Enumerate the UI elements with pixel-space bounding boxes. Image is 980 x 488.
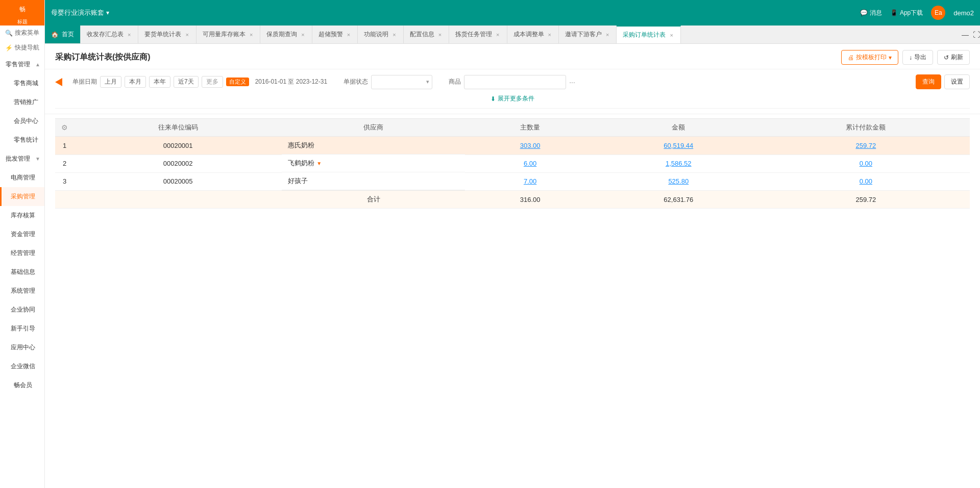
- sidebar-item-vip[interactable]: 畅会员: [0, 376, 44, 395]
- paid-link[interactable]: 0.00: [860, 177, 872, 185]
- tab-receive-summary[interactable]: 收发存汇总表 ×: [81, 25, 138, 44]
- table-body: 1 00020001 惠氏奶粉 303.00 60,519.44 259.72 …: [55, 137, 970, 191]
- sidebar-item-member[interactable]: 会员中心: [0, 112, 44, 131]
- goods-more-btn[interactable]: ···: [569, 78, 575, 86]
- status-select[interactable]: [371, 75, 432, 89]
- cell-paid: 0.00: [762, 155, 970, 172]
- tab-close-cost-adjust[interactable]: ×: [547, 32, 552, 38]
- sidebar-item-purchase[interactable]: 采购管理: [0, 187, 44, 206]
- cell-code: 00020001: [74, 137, 282, 155]
- tab-overstock-warning[interactable]: 超储预警 ×: [312, 25, 358, 44]
- tab-close-invite-downstream[interactable]: ×: [605, 32, 610, 38]
- tab-close-picking-task[interactable]: ×: [495, 32, 500, 38]
- paid-link[interactable]: 0.00: [860, 160, 872, 167]
- marketing-label: 营销推广: [14, 98, 38, 107]
- cell-num: 1: [55, 137, 74, 155]
- cell-supplier: 惠氏奶粉: [282, 137, 465, 155]
- member-label: 会员中心: [14, 117, 38, 125]
- custom-badge[interactable]: 自定义: [226, 78, 249, 86]
- sidebar-item-inventory[interactable]: 库存核算: [0, 206, 44, 225]
- sidebar-item-finance[interactable]: 资金管理: [0, 225, 44, 244]
- main-content: 母婴行业演示账套 ▾ 💬 消息 📱 App下载 Ea demo2 🏠 首页 收发…: [45, 0, 980, 488]
- tab-invite-downstream[interactable]: 邀请下游客户 ×: [559, 25, 617, 44]
- shortcut-more[interactable]: 更多: [202, 76, 223, 88]
- sidebar-item-wholesale[interactable]: 批发管理 ▼: [0, 149, 44, 168]
- refresh-button[interactable]: ↺ 刷新: [937, 50, 970, 65]
- collapse-toggle[interactable]: [55, 78, 62, 86]
- tab-close-function-desc[interactable]: ×: [391, 32, 397, 38]
- shortcut-this-month[interactable]: 本月: [125, 76, 146, 88]
- sidebar-item-quicknav[interactable]: ⚡ 快捷导航: [0, 40, 44, 55]
- print-dropdown-arrow[interactable]: ▾: [889, 54, 892, 61]
- export-button[interactable]: ↓ 导出: [902, 50, 933, 65]
- settings-button[interactable]: 设置: [944, 74, 970, 89]
- shortcut-this-year[interactable]: 本年: [149, 76, 170, 88]
- cell-num: 2: [55, 155, 74, 172]
- query-button[interactable]: 查询: [916, 74, 941, 89]
- topbar-dropdown-arrow[interactable]: ▾: [106, 9, 109, 16]
- sidebar-item-marketing[interactable]: 营销推广: [0, 93, 44, 112]
- amount-link[interactable]: 525.80: [668, 177, 689, 185]
- sidebar-item-enterprise[interactable]: 企业协同: [0, 300, 44, 319]
- sidebar-item-wechat[interactable]: 企业微信: [0, 357, 44, 376]
- tab-config-info[interactable]: 配置信息 ×: [404, 25, 449, 44]
- tab-purchase-summary[interactable]: 采购订单统计表 ×: [617, 25, 680, 44]
- user-avatar[interactable]: Ea: [931, 6, 945, 20]
- tab-cost-adjust[interactable]: 成本调整单 ×: [507, 25, 559, 44]
- message-button[interactable]: 💬 消息: [860, 9, 882, 17]
- tab-home[interactable]: 🏠 首页: [45, 25, 81, 44]
- table-row[interactable]: 1 00020001 惠氏奶粉 303.00 60,519.44 259.72: [55, 137, 970, 155]
- expand-sub-icon[interactable]: ▼: [316, 161, 322, 166]
- tab-expiry-query[interactable]: 保质期查询 ×: [260, 25, 312, 44]
- sidebar-item-appcenter[interactable]: 应用中心: [0, 338, 44, 357]
- sidebar-item-basic[interactable]: 基础信息: [0, 263, 44, 281]
- th-paid: 累计付款金额: [762, 119, 970, 137]
- enterprise-label: 企业协同: [11, 305, 35, 314]
- tab-picking-task[interactable]: 拣货任务管理 ×: [449, 25, 507, 44]
- tab-close-purchase-summary[interactable]: ×: [669, 32, 674, 38]
- minimize-button[interactable]: —: [962, 31, 969, 38]
- shortcut-last-month[interactable]: 上月: [100, 76, 121, 88]
- logo[interactable]: 畅 标题: [0, 0, 44, 25]
- tab-inventory-book[interactable]: 可用量库存账本 ×: [197, 25, 260, 44]
- table-row[interactable]: 3 00020005 好孩子 7.00 525.80 0.00: [55, 172, 970, 191]
- app-download-button[interactable]: 📱 App下载: [890, 9, 923, 17]
- cell-quantity: 6.00: [465, 155, 595, 172]
- sidebar-item-retail-stats[interactable]: 零售统计: [0, 131, 44, 149]
- print-button[interactable]: 🖨 按模板打印 ▾: [841, 50, 898, 65]
- amount-link[interactable]: 1,586.52: [666, 160, 692, 167]
- quantity-link[interactable]: 7.00: [524, 177, 536, 185]
- amount-link[interactable]: 60,519.44: [664, 142, 693, 149]
- tab-close-config-info[interactable]: ×: [437, 32, 443, 38]
- sidebar-item-ecommerce[interactable]: 电商管理: [0, 168, 44, 187]
- search-icon: 🔍: [5, 30, 13, 37]
- sidebar-item-operation[interactable]: 经营管理: [0, 244, 44, 263]
- tab-close-expiry-query[interactable]: ×: [300, 32, 305, 38]
- maximize-button[interactable]: ⛶: [973, 31, 980, 38]
- tab-home-label: 首页: [62, 30, 74, 39]
- table-footer-row: 合计 316.00 62,631.76 259.72: [55, 191, 970, 209]
- sidebar-item-retail[interactable]: 零售管理 ▲: [0, 55, 44, 74]
- shortcut-7days[interactable]: 近7天: [174, 76, 199, 88]
- tab-close-order-summary[interactable]: ×: [184, 32, 189, 38]
- table-row[interactable]: 2 00020002 飞鹤奶粉▼ 6.00 1,586.52 0.00: [55, 155, 970, 172]
- expand-filters-button[interactable]: ⬇ 展开更多条件: [486, 92, 538, 105]
- quantity-link[interactable]: 6.00: [524, 160, 536, 167]
- sidebar-item-newguide[interactable]: 新手引导: [0, 319, 44, 338]
- sidebar-item-system[interactable]: 系统管理: [0, 281, 44, 300]
- sidebar-item-search[interactable]: 🔍 搜索英单: [0, 25, 44, 40]
- tab-order-summary[interactable]: 要货单统计表 ×: [138, 25, 196, 44]
- date-range-text: 2016-01-01 至 2023-12-31: [255, 78, 327, 86]
- print-icon: 🖨: [848, 54, 854, 61]
- system-label: 系统管理: [11, 287, 35, 295]
- sidebar-item-retail-shop[interactable]: 零售商城: [0, 74, 44, 93]
- goods-input[interactable]: [464, 75, 566, 89]
- tab-close-receive-summary[interactable]: ×: [127, 32, 132, 38]
- paid-link[interactable]: 259.72: [855, 142, 876, 149]
- quantity-link[interactable]: 303.00: [520, 142, 541, 149]
- appcenter-label: 应用中心: [11, 343, 35, 352]
- tab-close-overstock-warning[interactable]: ×: [346, 32, 351, 38]
- tab-close-inventory-book[interactable]: ×: [249, 32, 254, 38]
- column-settings-icon[interactable]: ⚙: [61, 123, 68, 132]
- tab-function-desc[interactable]: 功能说明 ×: [358, 25, 403, 44]
